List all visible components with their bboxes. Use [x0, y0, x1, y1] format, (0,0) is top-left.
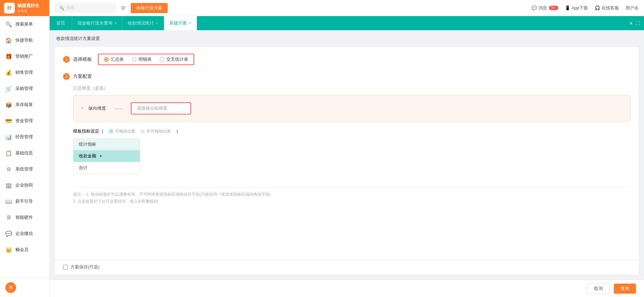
tab-new-plan-close-icon[interactable]: ×: [189, 21, 191, 26]
radio-detail[interactable]: 明细表: [132, 56, 152, 62]
row-dimension-label: 纵向维度: [89, 105, 106, 111]
step1-section: 1 选择模板 汇总表 明细表 交叉统计表: [63, 54, 631, 65]
radio-summary-dot: [104, 57, 109, 62]
tab-collection-label: 收款情况统计: [128, 20, 154, 26]
radio-summary-label: 汇总表: [111, 56, 124, 62]
wechat-icon: 💬: [5, 231, 12, 237]
sidebar-item-label: 快捷导航: [15, 37, 33, 43]
metrics-row-label: 合计: [79, 165, 88, 170]
radio-cross[interactable]: 交叉统计表: [160, 56, 188, 62]
sidebar-item-system[interactable]: ⚙ 系统管理: [0, 161, 49, 177]
avatar: 用: [5, 282, 16, 293]
dimension-row: * 纵向维度 —— 请选择分组维度: [82, 102, 622, 114]
dimension-select[interactable]: 请选择分组维度: [131, 102, 191, 114]
username-label: 用户名: [626, 5, 639, 11]
dimension-placeholder: 请选择分组维度: [137, 105, 167, 111]
sidebar-item-sales[interactable]: 💰 销售管理: [0, 64, 49, 81]
header-search[interactable]: 🔍 搜索: [55, 3, 115, 12]
tip-line2: 2. 点击标题栏下拉可设置排序、插入列和删除列: [73, 199, 631, 204]
sidebar-item-member[interactable]: 👑 畅会员: [0, 242, 49, 258]
sidebar-item-label: 资金管理: [15, 118, 33, 124]
sidebar-item-enterprise[interactable]: 🏢 企业协同: [0, 177, 49, 193]
metrics-table: 统计指标 收款金额 ▼ 合计: [73, 138, 140, 174]
cancel-button[interactable]: 取消: [587, 283, 610, 294]
step2-header: 2 方案配置: [63, 73, 631, 80]
sidebar-item-label: 畅会员: [15, 247, 29, 253]
tab-new-plan[interactable]: 新建方案 ×: [164, 16, 197, 30]
logo-icon: 好: [4, 3, 15, 13]
arrow-icon: ——: [114, 106, 123, 111]
trial-button[interactable]: 体验行业方案: [131, 3, 168, 13]
sidebar-item-label: 新手引导: [15, 198, 33, 204]
step2-num: 2: [63, 73, 70, 80]
save-checkbox[interactable]: [63, 265, 68, 269]
action-bar: 取消 查询: [50, 280, 644, 297]
sidebar-item-label: 智能硬件: [15, 214, 33, 220]
footer-area: 方案保存(可选): [55, 260, 639, 274]
sidebar: 好 畅捷通好生 标准版 🔍 搜索菜单 🏠 快捷导航 🎁 营销推广 💰 销售管理 …: [0, 0, 50, 297]
sidebar-item-basic-info[interactable]: 📋 基础信息: [0, 145, 49, 161]
sidebar-item-search-menu[interactable]: 🔍 搜索菜单: [0, 16, 49, 32]
metrics-label: 模板指标设定（: [73, 128, 104, 134]
download-icon: 📱: [565, 5, 570, 10]
basic-info-icon: 📋: [5, 150, 12, 156]
service-button[interactable]: 🎧 在线客服: [595, 5, 619, 11]
fixed-hint: 不可拖动位置: [141, 129, 171, 134]
dimension-section-title: 汇总维度（必选）: [73, 85, 631, 91]
sidebar-item-quick-nav[interactable]: 🏠 快捷导航: [0, 32, 49, 48]
radio-summary[interactable]: 汇总表: [104, 56, 124, 62]
page-title: 收款情况统计方案设置: [55, 36, 639, 42]
sidebar-item-capital[interactable]: 💳 资金管理: [0, 113, 49, 129]
tab-cashflow[interactable]: 现金银行流水查询 ×: [72, 16, 122, 30]
sidebar-item-operation[interactable]: 📊 经营管理: [0, 129, 49, 145]
marketing-icon: 🎁: [5, 53, 12, 60]
home-icon: 🏠: [5, 37, 12, 44]
metrics-dropdown-icon[interactable]: ▼: [99, 154, 103, 158]
tab-collection-close-icon[interactable]: ×: [156, 21, 158, 26]
radio-detail-label: 明细表: [139, 56, 152, 62]
tab-spacer: [197, 16, 625, 30]
sidebar-item-wechat[interactable]: 💬 企业微信: [0, 226, 49, 242]
sidebar-item-label: 经营管理: [15, 134, 33, 140]
step2-section: 2 方案配置 汇总维度（必选） * 纵向维度 —— 请选: [63, 73, 631, 204]
system-icon: ⚙: [5, 166, 12, 172]
download-button[interactable]: 📱 App下载: [565, 5, 588, 11]
query-button[interactable]: 查询: [614, 284, 636, 294]
step1-header: 1 选择模板 汇总表 明细表 交叉统计表: [63, 54, 631, 65]
sidebar-logo: 好 畅捷通好生 标准版: [0, 0, 49, 16]
sidebar-item-inventory[interactable]: 📦 库存核算: [0, 97, 49, 113]
sidebar-item-marketing[interactable]: 🎁 营销推广: [0, 48, 49, 64]
sidebar-item-label: 采购管理: [15, 86, 33, 92]
tab-cashflow-label: 现金银行流水查询: [77, 20, 112, 26]
logo-text: 畅捷通好生: [17, 3, 39, 9]
message-icon: 💬: [532, 5, 537, 10]
radio-cross-label: 交叉统计表: [166, 56, 188, 62]
tab-collection[interactable]: 收款情况统计 ×: [122, 16, 164, 30]
tab-expand-icon[interactable]: ⛶: [636, 21, 640, 26]
metrics-close-paren: ）: [176, 128, 180, 134]
operation-icon: 📊: [5, 134, 12, 140]
capital-icon: 💳: [5, 118, 12, 124]
gear-icon[interactable]: ⚙: [121, 5, 125, 11]
metrics-row-cell: 合计: [73, 162, 140, 174]
sidebar-item-label: 搜索菜单: [15, 21, 33, 27]
fixed-label: 不可拖动位置: [147, 129, 171, 134]
message-label: 消息: [538, 5, 547, 11]
content-area: 收款情况统计方案设置 1 选择模板 汇总表 明细表: [50, 30, 644, 280]
metrics-hint: 模板指标设定（ 可拖动位置 不可拖动位置 ）: [73, 128, 631, 134]
radio-cross-dot: [160, 57, 164, 62]
tab-close-all-icon[interactable]: ✕: [629, 21, 633, 26]
tab-cashflow-close-icon[interactable]: ×: [114, 21, 117, 26]
message-button[interactable]: 💬 消息 99+: [532, 5, 558, 11]
sidebar-item-label: 系统管理: [15, 166, 33, 172]
sidebar-bottom: 用: [0, 278, 49, 297]
sidebar-item-label: 企业协同: [15, 182, 33, 188]
required-star: *: [82, 106, 83, 111]
top-header: 🔍 搜索 ⚙ 体验行业方案 💬 消息 99+ 📱 App下载 🎧 在线客服 用户…: [50, 0, 644, 16]
tab-home[interactable]: 首页: [50, 16, 72, 30]
sidebar-item-purchase[interactable]: 🛒 采购管理: [0, 81, 49, 97]
sidebar-item-guide[interactable]: 📖 新手引导: [0, 193, 49, 209]
sidebar-item-hardware[interactable]: 🖥 智能硬件: [0, 209, 49, 226]
sidebar-item-label: 库存核算: [15, 102, 33, 108]
dimension-area: * 纵向维度 —— 请选择分组维度: [73, 95, 631, 121]
